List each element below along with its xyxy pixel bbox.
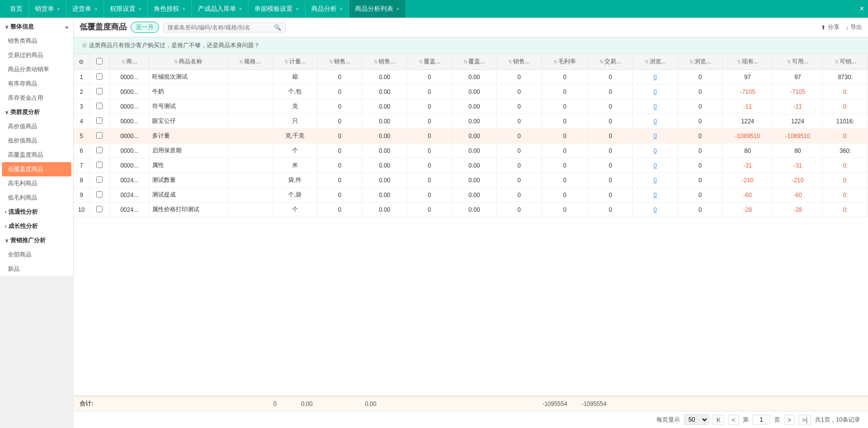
coverage2-column-header[interactable]: ⇅覆盖... [452,54,496,70]
unit-column-header[interactable]: ⇅计量... [272,54,317,70]
search-icon[interactable]: 🔍 [274,24,281,31]
close-roles-icon[interactable]: × [182,6,185,12]
browse2-column-header[interactable]: ⇅浏览... [678,54,722,70]
row-gross-margin: 0 [542,158,588,173]
sidebar-item-low-value[interactable]: 低价值商品 [0,134,73,148]
row-checkbox[interactable] [89,114,110,129]
row-checkbox[interactable] [89,129,110,143]
saleable-column-header[interactable]: ⇅可销... [823,54,868,70]
row-coverage2: 0.00 [452,129,496,143]
nav-tab-finished-goods[interactable]: 产成品入库单 × [192,0,248,18]
row-coverage2: 0.00 [452,173,496,188]
row-checkbox[interactable] [89,202,110,217]
current-stock-column-header[interactable]: ⇅现有... [723,54,773,70]
row-browse1[interactable]: 0 [633,188,678,202]
sidebar-item-sales-goods[interactable]: 销售类商品 [0,34,73,48]
row-checkbox[interactable] [89,85,110,99]
sidebar-item-low-margin[interactable]: 低毛利商品 [0,191,73,205]
row-browse1[interactable]: 0 [633,173,678,188]
nav-tab-analysis[interactable]: 商品分析 × [305,0,349,18]
row-browse1[interactable]: 0 [633,158,678,173]
close-analysis-icon[interactable]: × [340,6,343,12]
search-input[interactable] [167,24,274,31]
row-browse1[interactable]: 0 [633,202,678,217]
close-analysis-list-icon[interactable]: × [396,6,399,12]
page-size-select[interactable]: 50 100 200 [684,414,709,425]
sales-qty-column-header[interactable]: ⇅销售... [317,54,362,70]
prev-page-button[interactable]: < [728,415,739,425]
sales3-column-header[interactable]: ⇅销售... [497,54,542,70]
nav-tab-home[interactable]: 首页 [4,0,29,18]
page-number-input[interactable] [753,415,770,425]
name-column-header[interactable]: ⇅商品名称 [149,54,227,70]
row-saleable: 0: [823,173,868,188]
data-table-container[interactable]: ⚙ ⇅商... ⇅商品名称 ⇅规格... ⇅计量... ⇅销售... ⇅销售..… [74,54,868,396]
nav-tab-template[interactable]: 单据模板设置 × [248,0,305,18]
close-template-icon[interactable]: × [296,6,298,12]
last-page-button[interactable]: >| [799,415,811,425]
row-browse1[interactable]: 0 [633,114,678,129]
close-all-tabs-button[interactable]: × [860,4,864,13]
nav-tab-roles[interactable]: 角色授权 × [148,0,191,18]
row-browse1[interactable]: 0 [633,70,678,85]
coverage1-column-header[interactable]: ⇅覆盖... [407,54,452,70]
trade-column-header[interactable]: ⇅交易... [588,54,633,70]
row-sales-qty: 0 [317,85,362,99]
close-purchase-icon[interactable]: × [94,6,97,12]
checkbox-column-header[interactable] [89,54,110,70]
gross-margin-column-header[interactable]: ⇅毛利率 [542,54,588,70]
browse1-column-header[interactable]: ⇅浏览... [633,54,678,70]
sidebar-item-high-value[interactable]: 高价值商品 [0,119,73,134]
next-page-button[interactable]: > [784,415,795,425]
row-code: 0024... [110,202,149,217]
select-all-checkbox[interactable] [96,58,103,64]
sidebar-item-new-goods[interactable]: 新品 [0,262,73,276]
row-browse1[interactable]: 0 [633,85,678,99]
row-available: -1089510 [773,129,823,143]
close-finished-goods-icon[interactable]: × [239,6,242,12]
sidebar-group-cluster[interactable]: ∨ 类群度分析 [0,105,73,119]
sidebar-group-growth[interactable]: › 成长性分析 [0,219,73,233]
sidebar-group-marketing[interactable]: ∨ 营销推广分析 [0,233,73,248]
row-sales-qty: 0 [317,188,362,202]
nav-tab-permissions[interactable]: 权限设置 × [104,0,148,18]
collapse-sidebar-icon[interactable]: « [65,24,68,30]
row-browse1[interactable]: 0 [633,99,678,114]
row-sales3: 0 [497,114,542,129]
sidebar-item-stock-capital[interactable]: 库存资金占用 [0,91,73,105]
sidebar-item-in-stock[interactable]: 有库存商品 [0,77,73,91]
close-permissions-icon[interactable]: × [138,6,141,12]
export-button[interactable]: ↓ 导出 [845,23,862,31]
row-checkbox[interactable] [89,70,110,85]
row-browse1[interactable]: 0 [633,143,678,158]
nav-tab-sales[interactable]: 销货单 × [29,0,66,18]
available-column-header[interactable]: ⇅可用... [773,54,823,70]
row-checkbox[interactable] [89,158,110,173]
period-button[interactable]: 近一月 [131,22,159,33]
first-page-button[interactable]: K [713,415,724,425]
code-column-header[interactable]: ⇅商... [110,54,149,70]
spec-column-header[interactable]: ⇅规格... [228,54,272,70]
row-checkbox[interactable] [89,143,110,158]
sidebar-item-all-goods[interactable]: 全部商品 [0,248,73,262]
sidebar-item-category-rate[interactable]: 商品分类动销率 [0,62,73,77]
sidebar-item-low-coverage[interactable]: 低覆盖度商品 [2,162,71,176]
sidebar-item-traded-goods[interactable]: 交易过的商品 [0,48,73,62]
sidebar-item-high-coverage[interactable]: 高覆盖度商品 [0,148,73,162]
nav-tab-analysis-list[interactable]: 商品分析列表 × [349,0,406,18]
sidebar-group-liquidity[interactable]: › 流通性分析 [0,205,73,219]
sidebar-item-high-margin[interactable]: 高毛利商品 [0,176,73,191]
nav-tab-purchase[interactable]: 进货单 × [66,0,104,18]
row-spec [228,173,272,188]
row-checkbox[interactable] [89,99,110,114]
row-checkbox[interactable] [89,188,110,202]
row-browse1[interactable]: 0 [633,129,678,143]
sidebar-group-overall[interactable]: ∨ 整体信息 « [0,20,73,34]
total-label: 合计: [80,399,93,408]
sales-amt-column-header[interactable]: ⇅销售... [362,54,407,70]
share-button[interactable]: ⬆ 分享 [821,23,840,31]
settings-column-header[interactable]: ⚙ [74,54,89,70]
close-sales-icon[interactable]: × [57,6,60,12]
row-checkbox[interactable] [89,173,110,188]
row-name: 属性价格打印测试 [149,202,227,217]
